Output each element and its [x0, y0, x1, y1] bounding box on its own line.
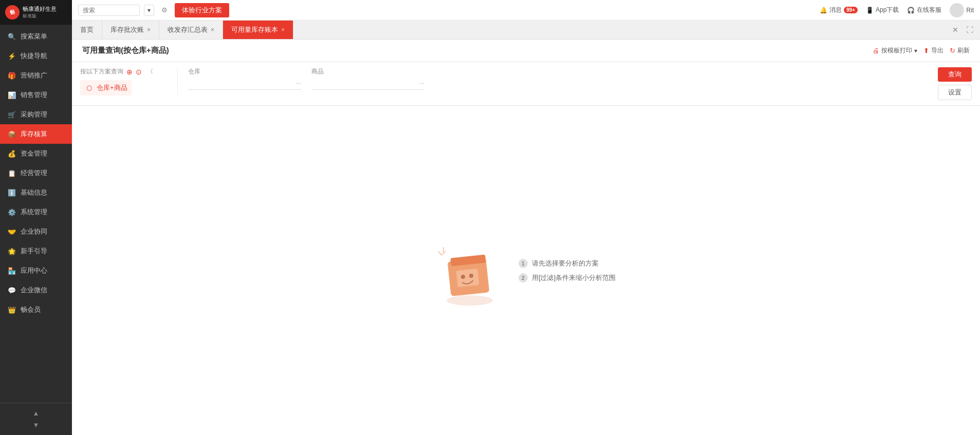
messages-label: 消息 [829, 6, 842, 14]
system-icon: ⚙️ [7, 207, 16, 217]
trial-button[interactable]: 体验行业方案 [175, 3, 229, 17]
tab-expand-btn[interactable]: ⛶ [964, 24, 976, 36]
warehouse-input[interactable] [188, 78, 293, 88]
topbar-right: 🔔 消息 99+ 📱 App下载 🎧 在线客服 Rit [820, 3, 974, 17]
product-dots-btn[interactable]: ··· [419, 80, 424, 87]
warehouse-input-wrapper: ··· [188, 78, 301, 90]
tip-num-2: 2 [519, 273, 528, 282]
tab-summary[interactable]: 收发存汇总表 × [159, 21, 223, 39]
refresh-icon: ↻ [950, 47, 955, 54]
sidebar-item-shortcut[interactable]: ⚡快捷导航 [0, 46, 72, 66]
scroll-down-btn[interactable]: ▼ [0, 419, 72, 431]
topbar-search [78, 5, 140, 16]
tip-text-1: 请先选择要分析的方案 [532, 259, 599, 268]
filter-left: 按以下方案查询 ⊕ ⊙ 《 ⬡ 仓库+商品 [80, 67, 178, 96]
refresh-btn[interactable]: ↻ 刷新 [950, 46, 970, 55]
product-input-wrapper: ··· [311, 78, 424, 90]
search-icon: 🔍 [7, 32, 16, 41]
filter-option-warehouse-product[interactable]: ⬡ 仓库+商品 [80, 80, 132, 96]
query-button[interactable]: 查询 [938, 67, 972, 82]
filter-add-btn[interactable]: ⊕ [126, 68, 133, 76]
sidebar-item-label-business: 经营管理 [21, 168, 47, 178]
online-service-btn[interactable]: 🎧 在线客服 [907, 6, 941, 14]
print-icon: 🖨 [873, 47, 879, 54]
scroll-up-btn[interactable]: ▲ [0, 407, 72, 419]
sidebar-item-purchase[interactable]: 🛒采购管理 [0, 105, 72, 124]
warehouse-dots-btn[interactable]: ··· [296, 80, 301, 87]
app-download-btn[interactable]: 📱 App下载 [866, 6, 899, 14]
brand-name: 畅康通好生意 [23, 5, 57, 13]
purchase-icon: 🛒 [7, 110, 16, 119]
brand-logo: 畅 [5, 5, 20, 20]
sidebar-item-label-sales: 销售管理 [21, 90, 47, 100]
sidebar-item-appstore[interactable]: 🏪应用中心 [0, 261, 72, 280]
tab-batch-label: 库存批次账 [110, 25, 144, 34]
sidebar-item-search[interactable]: 🔍搜索菜单 [0, 27, 72, 46]
brand-badge: 标准版 [23, 13, 57, 20]
print-btn[interactable]: 🖨 按模板打印 ▾ [873, 46, 917, 55]
sidebar-item-sales[interactable]: 📊销售管理 [0, 85, 72, 105]
page-actions: 🖨 按模板打印 ▾ ⬆ 导出 ↻ 刷新 [873, 46, 970, 55]
empty-tip-2: 2 用[过滤]条件来缩小分析范围 [519, 273, 616, 282]
product-input[interactable] [311, 78, 416, 88]
inventory-icon: 📦 [7, 129, 16, 139]
print-dropdown-icon[interactable]: ▾ [914, 47, 917, 54]
phone-icon: 📱 [866, 7, 874, 14]
sidebar-item-label-appstore: 应用中心 [21, 266, 47, 275]
filter-settings-btn[interactable]: ⊙ [136, 68, 142, 76]
sidebar-item-label-shortcut: 快捷导航 [21, 51, 47, 61]
tab-available-close[interactable]: × [281, 27, 285, 33]
filter-area: 按以下方案查询 ⊕ ⊙ 《 ⬡ 仓库+商品 仓库 ··· [72, 62, 980, 106]
warehouse-label: 仓库 [188, 67, 301, 76]
sidebar-item-enterprise[interactable]: 🤝企业协同 [0, 222, 72, 241]
sidebar-item-wechat[interactable]: 💬企业微信 [0, 280, 72, 300]
marketing-icon: 🎁 [7, 71, 16, 80]
tab-summary-label: 收发存汇总表 [168, 25, 208, 34]
tab-batch[interactable]: 库存批次账 × [102, 21, 159, 39]
main-area: ▾ ⚙ 体验行业方案 🔔 消息 99+ 📱 App下载 🎧 在线客服 Rit [72, 0, 980, 435]
online-service-label: 在线客服 [917, 6, 941, 14]
member-icon: 👑 [7, 305, 16, 314]
tab-batch-close[interactable]: × [147, 27, 151, 33]
sidebar-item-marketing[interactable]: 🎁营销推广 [0, 66, 72, 85]
topbar-dropdown[interactable]: ▾ [144, 5, 154, 16]
page-title: 可用量查询(按仓库+商品) [82, 46, 169, 55]
sidebar-item-finance[interactable]: 💰资金管理 [0, 144, 72, 163]
sidebar-item-newbie[interactable]: 🌟新手引导 [0, 241, 72, 261]
sidebar-item-label-system: 系统管理 [21, 207, 47, 217]
tab-summary-close[interactable]: × [211, 27, 214, 33]
content-area: 可用量查询(按仓库+商品) 🖨 按模板打印 ▾ ⬆ 导出 ↻ 刷新 [72, 40, 980, 435]
filter-label-text: 按以下方案查询 [80, 67, 123, 76]
sidebar-item-member[interactable]: 👑畅会员 [0, 300, 72, 319]
filter-option-label: 仓库+商品 [97, 83, 127, 92]
filter-collapse-btn[interactable]: 《 [147, 67, 153, 76]
sidebar-item-label-wechat: 企业微信 [21, 286, 47, 295]
sidebar-item-business[interactable]: 📋经营管理 [0, 163, 72, 183]
user-name: Rit [966, 7, 974, 14]
search-input[interactable] [78, 5, 140, 16]
messages-btn[interactable]: 🔔 消息 99+ [820, 6, 858, 14]
tip-num-1: 1 [519, 259, 528, 268]
print-label: 按模板打印 [881, 46, 912, 55]
svg-rect-3 [456, 268, 479, 287]
user-avatar-btn[interactable]: Rit [950, 3, 974, 17]
sidebar-header: 畅 畅康通好生意 标准版 [0, 0, 72, 25]
product-field: 商品 ··· [311, 67, 424, 90]
basic-icon: ℹ️ [7, 188, 16, 197]
sidebar-item-inventory[interactable]: 📦库存核算 [0, 124, 72, 144]
sidebar-item-label-member: 畅会员 [21, 305, 41, 314]
export-btn[interactable]: ⬆ 导出 [923, 46, 944, 55]
export-icon: ⬆ [923, 47, 929, 54]
tab-available[interactable]: 可用量库存账本 × [223, 21, 293, 39]
sidebar-item-basic[interactable]: ℹ️基础信息 [0, 183, 72, 202]
tab-home[interactable]: 首页 [72, 21, 102, 39]
sidebar-bottom: ▲ ▼ [0, 403, 72, 435]
filter-label: 按以下方案查询 ⊕ ⊙ 《 [80, 67, 153, 76]
sidebar-item-system[interactable]: ⚙️系统管理 [0, 202, 72, 222]
tab-close-all-btn[interactable]: ✕ [949, 24, 961, 36]
sidebar-nav: 🔍搜索菜单⚡快捷导航🎁营销推广📊销售管理🛒采购管理📦库存核算💰资金管理📋经营管理… [0, 25, 72, 403]
tabs-actions: ✕ ⛶ [949, 24, 980, 36]
settings-button[interactable]: 设置 [938, 85, 972, 100]
gear-icon[interactable]: ⚙ [158, 4, 171, 16]
svg-line-8 [438, 251, 441, 255]
